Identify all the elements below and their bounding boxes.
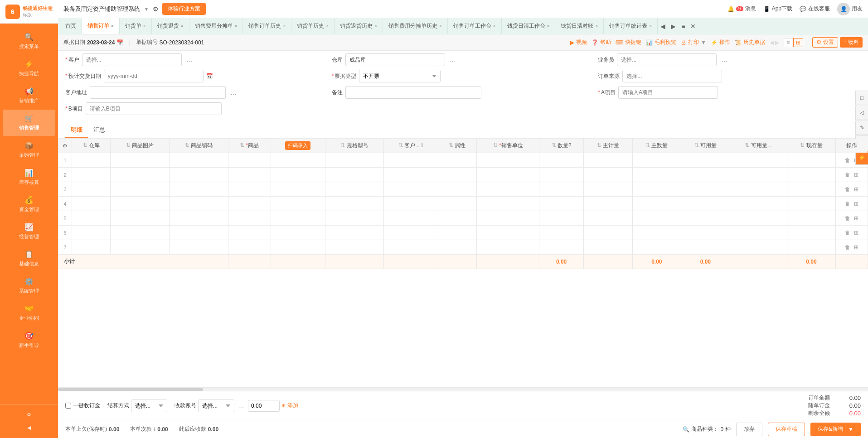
profit-preview-btn[interactable]: 📊 毛利预览 (646, 39, 676, 46)
tab-close-icon[interactable]: × (493, 24, 496, 29)
tab-sales-refund[interactable]: 销货退货 × (152, 18, 189, 34)
row-copy-btn[interactable]: ⊞ (854, 186, 858, 193)
warehouse-more-btn[interactable]: … (448, 56, 458, 63)
row-delete-btn[interactable]: 🗑 (845, 215, 850, 221)
row-delete-btn[interactable]: 🗑 (845, 201, 850, 207)
account-more-btn[interactable]: … (236, 402, 246, 409)
expected-date-input[interactable] (104, 70, 204, 82)
tab-sales-order[interactable]: 销售订单 × (82, 18, 120, 34)
salesperson-input[interactable] (617, 53, 717, 66)
row-attr-cell[interactable] (438, 153, 476, 168)
notification-item[interactable]: 🔔 9 消息 (727, 5, 756, 13)
tab-refund-history[interactable]: 销货退货历史 × (335, 18, 383, 34)
row-delete-btn[interactable]: 🗑 (845, 172, 850, 178)
tab-more-btn[interactable]: ≡ (679, 21, 688, 32)
row-copy-btn[interactable]: ⊞ (854, 172, 858, 178)
right-panel-btn-3[interactable]: ✎ (855, 120, 868, 135)
sidebar-item-quicknav[interactable]: ⚡ 快捷导航 (3, 55, 55, 82)
print-btn[interactable]: 🖨 打印 ▼ (681, 39, 706, 46)
col-settings[interactable]: ⚙ (58, 139, 72, 153)
tab-order-stats[interactable]: 销售订单统计表 × (604, 18, 658, 34)
tab-fee-split[interactable]: 销售费用分摊单 × (189, 18, 243, 34)
date-picker-icon[interactable]: 📅 (206, 73, 213, 79)
order-source-input[interactable] (622, 70, 722, 82)
row-product-cell[interactable] (228, 153, 271, 168)
user-item[interactable]: 👤 用友 (837, 3, 863, 15)
sidebar-settings[interactable]: ⚙ (0, 408, 58, 421)
scan-btn[interactable]: 扫码录入 (285, 141, 310, 150)
row-delete-btn[interactable]: 🗑 (845, 157, 850, 164)
remarks-input[interactable] (345, 86, 481, 99)
tab-fee-history[interactable]: 销售费用分摊单历史 × (383, 18, 448, 34)
one-click-checkbox[interactable]: 一键收订金 (65, 402, 100, 409)
app-download-item[interactable]: 📱 App下载 (763, 5, 792, 13)
customer-input[interactable] (82, 53, 182, 66)
tab-prev-btn[interactable]: ◀ (658, 21, 668, 32)
tab-sales-return[interactable]: 销货单 × (120, 18, 152, 34)
list-view-btn[interactable]: ≡ (784, 38, 792, 47)
actions-btn[interactable]: ⚡ 操作 (711, 39, 730, 46)
customer-address-input[interactable] (90, 86, 226, 99)
horizontal-scrollbar[interactable] (58, 387, 868, 391)
tab-close-icon[interactable]: × (439, 24, 442, 29)
row-warehouse-cell[interactable] (72, 153, 111, 168)
tab-return-history[interactable]: 销货单历史 × (291, 18, 335, 34)
tab-close-icon[interactable]: × (649, 24, 652, 29)
row-qty2-cell[interactable] (539, 153, 584, 168)
tab-close-icon[interactable]: × (595, 24, 598, 29)
sidebar-item-search[interactable]: 🔍 搜索菜单 (3, 28, 55, 54)
sidebar-collapse[interactable]: ◀ (0, 421, 58, 434)
payment-method-select[interactable]: 选择... (131, 399, 167, 412)
row-unit-cell[interactable] (476, 153, 539, 168)
row-delete-btn[interactable]: 🗑 (845, 186, 850, 193)
plan-button[interactable]: 体验行业方案 (162, 3, 206, 15)
customer-more-btn[interactable]: … (184, 56, 194, 63)
discard-button[interactable]: 放弃 (736, 423, 762, 436)
row-customer-code-cell[interactable] (384, 153, 438, 168)
salesperson-more-btn[interactable]: … (719, 56, 729, 63)
b-project-input[interactable] (86, 102, 222, 115)
view-btn[interactable]: ▶ 视频 (570, 39, 587, 46)
sidebar-item-operation[interactable]: 📈 经营管理 (3, 218, 55, 245)
system-dropdown-icon[interactable]: ▼ (144, 6, 149, 12)
invoice-type-select[interactable]: 不开票 (359, 70, 441, 82)
tab-close-icon[interactable]: × (143, 24, 146, 29)
col-settings-icon[interactable]: ⚙ (63, 143, 68, 149)
tab-next-btn[interactable]: ▶ (668, 21, 679, 32)
a-project-input[interactable] (618, 86, 718, 99)
row-spec-cell[interactable] (325, 153, 384, 168)
topbar-gear-icon[interactable]: ⚙ (153, 5, 159, 13)
history-btn[interactable]: 📜 历史单据 (735, 39, 765, 46)
one-click-checkbox-input[interactable] (65, 403, 71, 409)
sidebar-item-basic[interactable]: 📋 基础信息 (3, 245, 55, 272)
row-main-qty-cell[interactable] (632, 153, 681, 168)
row-copy-btn[interactable]: ⊞ (854, 215, 858, 221)
detail-tab-summary[interactable]: 汇总 (88, 123, 111, 138)
tab-close-icon[interactable]: × (111, 24, 114, 29)
shortcuts-btn[interactable]: ⌨ 快捷键 (616, 39, 641, 46)
chevron-down-icon[interactable]: ▼ (845, 426, 853, 433)
tab-order-history[interactable]: 销售订单历史 × (243, 18, 291, 34)
row-delete-btn[interactable]: 🗑 (845, 244, 850, 250)
help-btn[interactable]: ❓ 帮助 (592, 39, 611, 46)
tab-cash-account[interactable]: 钱货日清对账 × (555, 18, 604, 34)
tab-close-icon[interactable]: × (326, 24, 329, 29)
row-code-cell[interactable] (170, 153, 228, 168)
account-select[interactable]: 选择... (198, 399, 234, 412)
tab-close-icon[interactable]: × (235, 24, 238, 29)
amount-input[interactable]: 0.00 (248, 400, 280, 412)
sidebar-item-sales[interactable]: 🛒 销售管理 (3, 110, 55, 136)
add-payment-btn[interactable]: ⊕ 添加 (281, 402, 298, 409)
sidebar-item-inventory[interactable]: 📊 库存核算 (3, 164, 55, 190)
sidebar-item-marketing[interactable]: 📢 营销推广 (3, 82, 55, 109)
row-delete-btn[interactable]: 🗑 (845, 230, 850, 236)
settings-quick-btn[interactable]: ⚙ 设置 (812, 37, 838, 48)
calendar-icon[interactable]: 📅 (116, 39, 123, 46)
tab-close-icon[interactable]: × (547, 24, 550, 29)
grid-view-btn[interactable]: ⊞ (793, 38, 803, 47)
row-copy-btn[interactable]: ⊞ (854, 244, 858, 250)
save-draft-button[interactable]: 保存草稿 (768, 423, 805, 436)
right-panel-btn-2[interactable]: ◁ (855, 106, 868, 120)
row-copy-btn[interactable]: ⊞ (854, 201, 858, 207)
online-service-item[interactable]: 💬 在线客服 (800, 5, 830, 13)
